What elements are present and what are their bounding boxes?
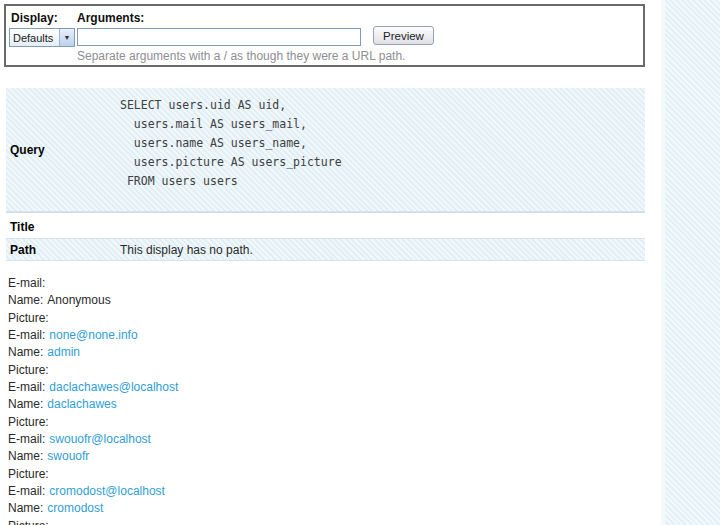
user-name-value: Anonymous: [47, 293, 110, 307]
user-email-link[interactable]: none@none.info: [49, 328, 137, 342]
display-select[interactable]: Defaults ▼: [9, 28, 75, 47]
picture-field-label: Picture:: [8, 311, 49, 325]
result-name-line: Name:Anonymous: [8, 292, 653, 309]
result-picture-line: Picture:: [8, 518, 653, 525]
chevron-down-icon[interactable]: ▼: [59, 29, 74, 46]
result-email-line: E-mail:none@none.info: [8, 327, 653, 344]
display-label: Display:: [11, 11, 58, 25]
name-field-label: Name:: [8, 449, 43, 463]
user-name-link[interactable]: daclachawes: [47, 397, 116, 411]
result-name-line: Name:cromodost: [8, 500, 653, 517]
user-email-link[interactable]: daclachawes@localhost: [49, 380, 178, 394]
result-email-line: E-mail:daclachawes@localhost: [8, 379, 653, 396]
user-name-link[interactable]: swouofr: [47, 449, 89, 463]
query-label: Query: [6, 143, 120, 157]
result-picture-line: Picture:: [8, 362, 653, 379]
title-row: Title: [6, 212, 645, 239]
result-email-line: E-mail:cromodost@localhost: [8, 483, 653, 500]
picture-field-label: Picture:: [8, 519, 49, 525]
user-email-link[interactable]: cromodost@localhost: [49, 484, 165, 498]
preview-results: E-mail:Name:AnonymousPicture:E-mail:none…: [8, 275, 653, 525]
result-email-line: E-mail:swouofr@localhost: [8, 431, 653, 448]
name-field-label: Name:: [8, 293, 43, 307]
picture-field-label: Picture:: [8, 467, 49, 481]
path-row: Path This display has no path.: [6, 239, 645, 261]
result-picture-line: Picture:: [8, 310, 653, 327]
display-select-value: Defaults: [10, 32, 59, 44]
page-background: [661, 0, 720, 525]
user-name-link[interactable]: admin: [47, 345, 80, 359]
name-field-label: Name:: [8, 397, 43, 411]
title-label: Title: [6, 213, 120, 238]
preview-button[interactable]: Preview: [373, 26, 434, 45]
name-field-label: Name:: [8, 501, 43, 515]
user-name-link[interactable]: cromodost: [47, 501, 103, 515]
user-email-link[interactable]: swouofr@localhost: [49, 432, 151, 446]
picture-field-label: Picture:: [8, 415, 49, 429]
email-field-label: E-mail:: [8, 328, 45, 342]
arguments-label: Arguments:: [77, 11, 144, 25]
result-name-line: Name:swouofr: [8, 448, 653, 465]
name-field-label: Name:: [8, 345, 43, 359]
result-picture-line: Picture:: [8, 414, 653, 431]
result-email-line: E-mail:: [8, 275, 653, 292]
email-field-label: E-mail:: [8, 484, 45, 498]
path-label: Path: [6, 243, 120, 257]
arguments-input[interactable]: [77, 28, 361, 46]
view-summary-table: Query SELECT users.uid AS uid, users.mai…: [6, 88, 645, 261]
result-name-line: Name:daclachawes: [8, 396, 653, 413]
query-row: Query SELECT users.uid AS uid, users.mai…: [6, 88, 645, 212]
email-field-label: E-mail:: [8, 276, 45, 290]
email-field-label: E-mail:: [8, 432, 45, 446]
result-picture-line: Picture:: [8, 466, 653, 483]
picture-field-label: Picture:: [8, 363, 49, 377]
email-field-label: E-mail:: [8, 380, 45, 394]
query-sql: SELECT users.uid AS uid, users.mail AS u…: [120, 88, 342, 211]
arguments-help-text: Separate arguments with a / as though th…: [77, 49, 405, 63]
result-name-line: Name:admin: [8, 344, 653, 361]
path-value: This display has no path.: [120, 243, 253, 257]
preview-form-box: Display: Arguments: Defaults ▼ Preview S…: [4, 4, 645, 67]
